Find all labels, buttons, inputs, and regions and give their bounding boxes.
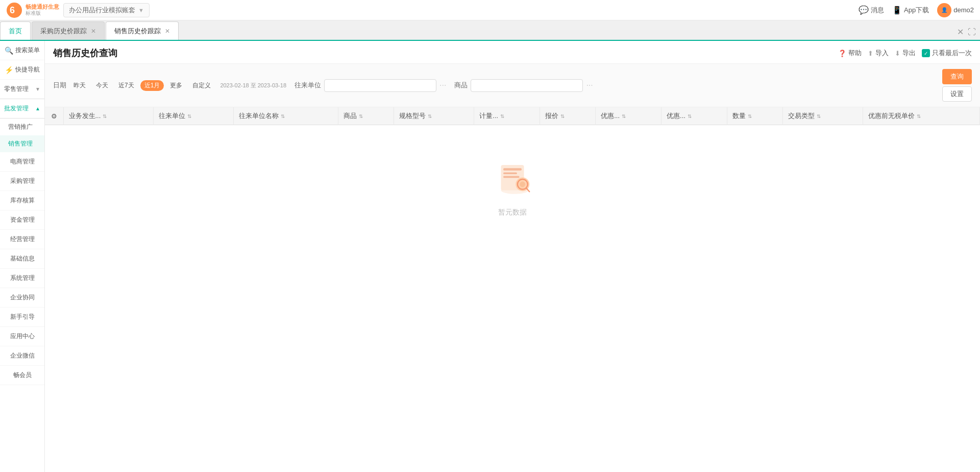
sidebar-item-inventory[interactable]: 库存核算 <box>0 191 44 210</box>
chip-7days[interactable]: 近7天 <box>114 80 138 91</box>
sidebar-item-guide[interactable]: 新手引导 <box>0 308 44 327</box>
svg-text:6: 6 <box>10 5 15 15</box>
top-header: 6 畅捷通好生意 标准版 办公用品行业模拟账套 ▼ 💬 消息 📱 App下载 👤… <box>0 0 980 20</box>
sidebar-wechat-label: 企业微信 <box>10 351 35 360</box>
chip-yesterday[interactable]: 昨天 <box>69 80 90 91</box>
column-trade-type[interactable]: 交易类型 ⇅ <box>783 107 863 125</box>
header-left: 6 畅捷通好生意 标准版 办公用品行业模拟账套 ▼ <box>6 2 150 18</box>
sidebar-search-label: 搜索菜单 <box>15 46 40 55</box>
sidebar-item-basic[interactable]: 基础信息 <box>0 249 44 269</box>
column-goods[interactable]: 商品 ⇅ <box>338 107 394 125</box>
tab-purchase-label: 采购历史价跟踪 <box>40 27 87 36</box>
sidebar-item-quick[interactable]: ⚡ 快捷导航 <box>0 60 44 80</box>
filter-bar: 日期 昨天 今天 近7天 近1月 更多 自定义 2023-02-18 至 202… <box>45 64 980 107</box>
tab-sales-label: 销售历史价跟踪 <box>114 27 161 36</box>
partner-dots[interactable]: ··· <box>439 81 446 90</box>
date-filter-group: 日期 昨天 今天 近7天 近1月 更多 自定义 2023-02-18 至 202… <box>53 80 286 91</box>
page-header-actions: ❓ 帮助 ⬆ 导入 ⬇ 导出 ✓ 只看最后一次 <box>838 49 972 58</box>
tab-bar: 首页 采购历史价跟踪 ✕ 销售历史价跟踪 ✕ ✕ ⛶ <box>0 20 980 41</box>
sidebar-item-finance[interactable]: 资金管理 <box>0 210 44 230</box>
chip-1month[interactable]: 近1月 <box>140 80 164 91</box>
chip-more[interactable]: 更多 <box>166 80 186 91</box>
sidebar-sub-marketing[interactable]: 营销推广 <box>0 119 44 135</box>
wholesale-expand-icon: ▲ <box>35 106 40 111</box>
message-button[interactable]: 💬 消息 <box>859 5 884 15</box>
tab-home[interactable]: 首页 <box>0 21 31 40</box>
sort-partner-code-icon: ⇅ <box>187 113 191 119</box>
sidebar-quick-label: 快捷导航 <box>15 65 40 74</box>
app-subtitle: 标准版 <box>26 10 59 16</box>
column-quantity[interactable]: 数量 ⇅ <box>727 107 783 125</box>
tab-purchase-close[interactable]: ✕ <box>91 28 96 35</box>
column-discount1[interactable]: 优惠... ⇅ <box>596 107 662 125</box>
sort-trade-type-icon: ⇅ <box>817 113 821 119</box>
sidebar-item-enterprise[interactable]: 企业协同 <box>0 288 44 308</box>
gear-icon: ⚙ <box>51 112 57 120</box>
sort-discount1-icon: ⇅ <box>622 113 626 119</box>
help-label: 帮助 <box>848 49 862 58</box>
column-gear[interactable]: ⚙ <box>45 107 63 125</box>
column-pre-tax-price[interactable]: 优惠前无税单价 ⇅ <box>863 107 979 125</box>
sidebar-item-appstore[interactable]: 应用中心 <box>0 327 44 346</box>
goods-filter-group: 商品 ··· <box>454 79 593 92</box>
column-unit[interactable]: 计量... ⇅ <box>474 107 540 125</box>
sidebar-item-ops[interactable]: 经营管理 <box>0 230 44 249</box>
sort-price-icon: ⇅ <box>560 113 565 119</box>
sort-biz-date-icon: ⇅ <box>103 113 107 119</box>
settings-button[interactable]: 设置 <box>942 86 972 102</box>
sidebar-ecommerce-label: 电商管理 <box>10 157 35 166</box>
column-biz-date[interactable]: 业务发生... ⇅ <box>63 107 154 125</box>
partner-filter-group: 往来单位 ··· <box>295 79 446 92</box>
sort-discount2-icon: ⇅ <box>688 113 692 119</box>
data-table: ⚙ 业务发生... ⇅ 往来单位 ⇅ <box>45 107 980 125</box>
goods-filter-label: 商品 <box>454 81 468 90</box>
workspace-selector[interactable]: 办公用品行业模拟账套 ▼ <box>63 3 150 17</box>
only-last-checkbox[interactable]: ✓ 只看最后一次 <box>922 49 972 58</box>
sidebar-item-member[interactable]: 畅会员 <box>0 366 44 385</box>
column-partner-code[interactable]: 往来单位 ⇅ <box>154 107 234 125</box>
tab-sales[interactable]: 销售历史价跟踪 ✕ <box>106 21 179 40</box>
chip-custom[interactable]: 自定义 <box>188 80 215 91</box>
sidebar-guide-label: 新手引导 <box>10 313 35 321</box>
tab-purchase[interactable]: 采购历史价跟踪 ✕ <box>32 21 105 40</box>
partner-input[interactable] <box>324 79 436 92</box>
import-icon: ⬆ <box>868 50 873 57</box>
svg-rect-5 <box>503 172 517 174</box>
export-button[interactable]: ⬇ 导出 <box>895 49 916 58</box>
sidebar-sub-sales-mgmt[interactable]: 销售管理 <box>0 135 44 152</box>
import-button[interactable]: ⬆ 导入 <box>868 49 889 58</box>
sidebar-item-system[interactable]: 系统管理 <box>0 269 44 288</box>
date-filter-label: 日期 <box>53 81 66 90</box>
sidebar-member-label: 畅会员 <box>13 371 32 380</box>
sidebar-item-wechat[interactable]: 企业微信 <box>0 346 44 366</box>
app-download-button[interactable]: 📱 App下载 <box>892 6 929 15</box>
help-button[interactable]: ❓ 帮助 <box>838 49 862 58</box>
column-discount2[interactable]: 优惠... ⇅ <box>662 107 727 125</box>
column-price[interactable]: 报价 ⇅ <box>540 107 596 125</box>
sidebar-item-search[interactable]: 🔍 搜索菜单 <box>0 41 44 60</box>
query-button[interactable]: 查询 <box>942 69 972 84</box>
close-all-icon[interactable]: ✕ <box>957 27 964 37</box>
help-icon: ❓ <box>838 50 846 57</box>
sidebar-item-purchase[interactable]: 采购管理 <box>0 172 44 191</box>
sidebar-item-wholesale[interactable]: 批发管理 ▲ <box>0 99 44 119</box>
sidebar-retail-label: 零售管理 <box>4 85 29 93</box>
checkbox-icon: ✓ <box>922 49 930 57</box>
column-partner-name[interactable]: 往来单位名称 ⇅ <box>234 107 338 125</box>
maximize-icon[interactable]: ⛶ <box>968 28 976 37</box>
column-spec[interactable]: 规格型号 ⇅ <box>394 107 474 125</box>
sidebar-item-retail[interactable]: 零售管理 ▼ <box>0 80 44 99</box>
sidebar-item-ecommerce[interactable]: 电商管理 <box>0 152 44 172</box>
empty-text: 暂元数据 <box>498 208 527 217</box>
goods-input[interactable] <box>471 79 583 92</box>
import-label: 导入 <box>875 49 889 58</box>
chip-today[interactable]: 今天 <box>92 80 112 91</box>
user-area[interactable]: 👤 demo2 <box>937 3 974 17</box>
tab-sales-close[interactable]: ✕ <box>165 28 170 35</box>
goods-dots[interactable]: ··· <box>586 81 593 90</box>
logo-icon: 6 <box>6 2 22 18</box>
sidebar-wholesale-label: 批发管理 <box>4 104 29 113</box>
only-last-label: 只看最后一次 <box>932 49 972 58</box>
header-right: 💬 消息 📱 App下载 👤 demo2 <box>859 3 974 17</box>
date-chips: 昨天 今天 近7天 近1月 更多 自定义 <box>69 80 215 91</box>
